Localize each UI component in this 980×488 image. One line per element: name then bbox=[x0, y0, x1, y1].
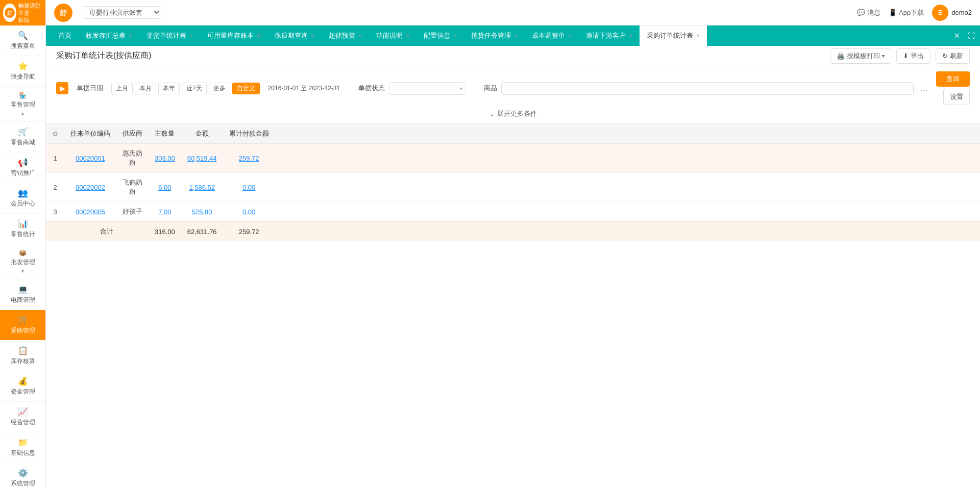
export-button[interactable]: ⬇ 导出 bbox=[896, 48, 930, 64]
row-supplier: 惠氏奶粉 bbox=[116, 144, 149, 173]
user-profile[interactable]: E demo2 bbox=[932, 5, 972, 21]
row-paid[interactable]: 0.00 bbox=[223, 173, 275, 202]
status-select[interactable] bbox=[389, 82, 465, 95]
chevron-down-icon: ▼ bbox=[20, 268, 26, 274]
footer-label: 合计 bbox=[64, 222, 149, 242]
tab-instructions[interactable]: 功能说明 × bbox=[369, 25, 416, 46]
tab-close-icon[interactable]: × bbox=[358, 32, 362, 39]
system-icon: ⚙️ bbox=[18, 468, 28, 478]
tab-close-icon[interactable]: × bbox=[311, 32, 314, 39]
refresh-button[interactable]: ↻ 刷新 bbox=[936, 48, 970, 64]
footer-empty bbox=[46, 222, 64, 242]
filter-row: ▶ 单据日期 上月 本月 本年 近7天 更多 自定义 2016-01-01 至 … bbox=[56, 71, 970, 105]
row-code[interactable]: 00020005 bbox=[64, 202, 116, 222]
nav-close-btn[interactable]: × bbox=[954, 31, 960, 41]
user-name: demo2 bbox=[951, 9, 972, 16]
data-table-container: ⚙ 往来单位编码 供应商 主数量 金额 累计付款金额 1 00020001 惠氏… bbox=[46, 124, 980, 488]
date-more[interactable]: 更多 bbox=[209, 83, 230, 94]
row-paid[interactable]: 259.72 bbox=[223, 144, 275, 173]
tab-available-inventory[interactable]: 可用量库存账本 × bbox=[200, 25, 267, 46]
more-options-icon[interactable]: … bbox=[920, 84, 928, 93]
tab-invite-customers[interactable]: 邀请下游客户 × bbox=[579, 25, 640, 46]
row-amount[interactable]: 1,586.52 bbox=[181, 173, 223, 202]
tab-cost-adjust[interactable]: 成本调整单 × bbox=[525, 25, 579, 46]
date-this-month[interactable]: 本月 bbox=[135, 83, 156, 94]
print-button[interactable]: 🖨️ 按模板打印 ▾ bbox=[830, 48, 891, 64]
th-empty bbox=[275, 124, 980, 144]
tab-order-stats[interactable]: 要货单统计表 × bbox=[139, 25, 200, 46]
data-table: ⚙ 往来单位编码 供应商 主数量 金额 累计付款金额 1 00020001 惠氏… bbox=[46, 124, 980, 241]
nav-maximize-btn[interactable]: ⛶ bbox=[968, 32, 975, 40]
expand-button[interactable]: ⌄ 展开更多条件 bbox=[489, 109, 537, 118]
sidebar-item-mall[interactable]: 🛒 零售商城 bbox=[0, 122, 45, 152]
footer-qty: 316.00 bbox=[149, 222, 181, 242]
tab-close-icon[interactable]: × bbox=[129, 32, 132, 39]
row-paid[interactable]: 0.00 bbox=[223, 202, 275, 222]
sidebar-item-system[interactable]: ⚙️ 系统管理 bbox=[0, 463, 45, 488]
filter-toggle-button[interactable]: ▶ bbox=[56, 82, 68, 94]
th-qty: 主数量 bbox=[149, 124, 181, 144]
sidebar-item-search[interactable]: 🔍 搜索菜单 bbox=[0, 25, 45, 56]
search-icon: 🔍 bbox=[18, 31, 28, 40]
tab-close-icon[interactable]: × bbox=[629, 32, 632, 39]
inventory-icon: 📋 bbox=[18, 346, 28, 355]
row-amount[interactable]: 60,519.44 bbox=[181, 144, 223, 173]
logo-area: 好 bbox=[54, 4, 72, 22]
tab-close-icon[interactable]: × bbox=[453, 32, 457, 39]
settings-button[interactable]: 设置 bbox=[943, 89, 970, 105]
sidebar-item-ecommerce[interactable]: 💻 电商管理 bbox=[0, 279, 45, 310]
stats-icon: 📊 bbox=[18, 219, 28, 228]
row-qty[interactable]: 303.00 bbox=[149, 144, 181, 173]
tab-close-icon[interactable]: × bbox=[189, 32, 193, 39]
sidebar-item-retail-stats[interactable]: 📊 零售统计 bbox=[0, 214, 45, 244]
refresh-icon: ↻ bbox=[942, 52, 948, 60]
marketing-icon: 📢 bbox=[18, 158, 28, 167]
sidebar-item-base[interactable]: 📁 基础信息 bbox=[0, 432, 45, 463]
expand-down-icon: ⌄ bbox=[489, 110, 495, 118]
row-qty[interactable]: 7.00 bbox=[149, 202, 181, 222]
tab-overstock[interactable]: 超储预警 × bbox=[322, 25, 369, 46]
date-custom[interactable]: 自定义 bbox=[232, 83, 260, 94]
row-empty bbox=[275, 202, 980, 222]
tab-purchase-order-stats[interactable]: 采购订单统计表 × bbox=[640, 25, 707, 46]
sidebar-item-finance[interactable]: 💰 资金管理 bbox=[0, 371, 45, 402]
tab-config[interactable]: 配置信息 × bbox=[416, 25, 464, 46]
sidebar-item-purchase[interactable]: 🛒 采购管理 bbox=[0, 310, 45, 341]
sidebar-item-wholesale[interactable]: 📦 批发管理 ▼ bbox=[0, 244, 45, 279]
footer-paid: 259.72 bbox=[223, 222, 275, 242]
tab-home[interactable]: 首页 bbox=[51, 25, 79, 46]
date-last-month[interactable]: 上月 bbox=[111, 83, 133, 94]
row-amount[interactable]: 525.80 bbox=[181, 202, 223, 222]
tab-close-icon[interactable]: × bbox=[696, 32, 700, 39]
page-header: 采购订单统计表(按供应商) 🖨️ 按模板打印 ▾ ⬇ 导出 ↻ 刷新 bbox=[46, 46, 980, 66]
date-this-year[interactable]: 本年 bbox=[158, 83, 180, 94]
wholesale-icon: 📦 bbox=[19, 249, 27, 256]
sidebar-item-inventory[interactable]: 📋 库存核算 bbox=[0, 341, 45, 371]
sidebar-item-marketing[interactable]: 📢 营销推广 bbox=[0, 152, 45, 183]
table-row: 1 00020001 惠氏奶粉 303.00 60,519.44 259.72 bbox=[46, 144, 980, 173]
message-icon: 💬 bbox=[857, 9, 865, 16]
tab-pick-tasks[interactable]: 拣货任务管理 × bbox=[464, 25, 525, 46]
sidebar-item-operations[interactable]: 📈 经营管理 bbox=[0, 402, 45, 432]
breadcrumb-select[interactable]: 母婴行业演示账套 bbox=[83, 6, 161, 19]
query-button[interactable]: 查询 bbox=[936, 71, 970, 87]
tab-close-icon[interactable]: × bbox=[568, 32, 572, 39]
row-code[interactable]: 00020002 bbox=[64, 173, 116, 202]
sidebar-item-retail[interactable]: 🏪 零售管理 ▲ bbox=[0, 87, 45, 122]
tab-shelf-life[interactable]: 保质期查询 × bbox=[267, 25, 322, 46]
tab-stock-summary[interactable]: 收发存汇总表 × bbox=[79, 25, 139, 46]
settings-column-header[interactable]: ⚙ bbox=[46, 124, 64, 144]
tab-close-icon[interactable]: × bbox=[257, 32, 260, 39]
message-button[interactable]: 💬 消息 bbox=[857, 8, 880, 17]
tab-close-icon[interactable]: × bbox=[406, 32, 409, 39]
app-download-button[interactable]: 📱 App下载 bbox=[889, 8, 924, 17]
mall-icon: 🛒 bbox=[18, 127, 28, 137]
row-qty[interactable]: 6.00 bbox=[149, 173, 181, 202]
sidebar-item-members[interactable]: 👥 会员中心 bbox=[0, 183, 45, 214]
tab-close-icon[interactable]: × bbox=[514, 32, 518, 39]
top-header: 好 母婴行业演示账套 💬 消息 📱 App下载 E bbox=[46, 0, 980, 25]
sidebar-item-nav[interactable]: ⭐ 快捷导航 bbox=[0, 56, 45, 87]
row-code[interactable]: 00020001 bbox=[64, 144, 116, 173]
goods-input[interactable] bbox=[501, 82, 914, 95]
date-last-7days[interactable]: 近7天 bbox=[182, 83, 207, 94]
